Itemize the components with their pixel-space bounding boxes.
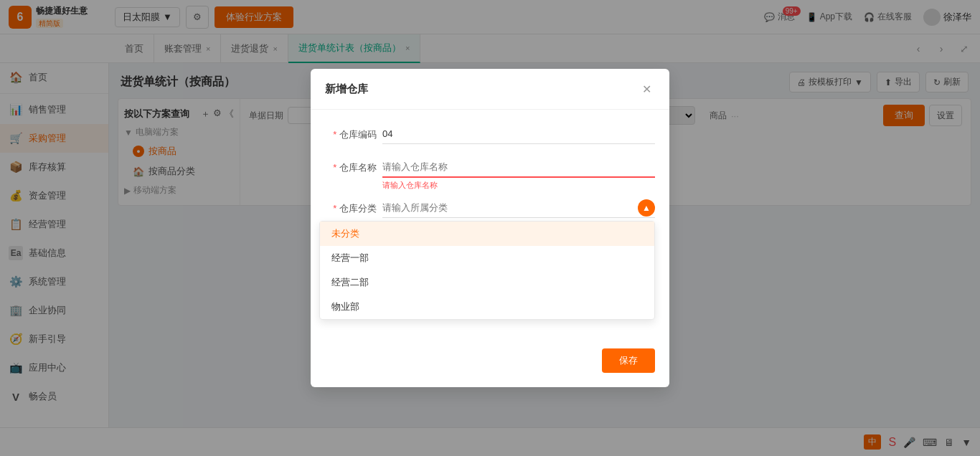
form-row-name: * 仓库名称 请输入仓库名称 <box>325 157 655 178</box>
modal-body: * 仓库编码 * 仓库名称 请输入仓库名称 * <box>311 110 669 340</box>
modal-overlay: 新增仓库 ✕ * 仓库编码 * 仓库名称 请输入仓库名称 <box>0 0 980 456</box>
category-dropdown-list: 未分类 经营一部 经营二部 物业部 <box>319 221 655 320</box>
form-label-category: * 仓库分类 <box>325 198 382 215</box>
modal-header: 新增仓库 ✕ <box>311 69 669 110</box>
warehouse-code-input[interactable] <box>382 124 655 144</box>
modal-footer: 保存 <box>311 340 669 387</box>
dropdown-item-property[interactable]: 物业部 <box>320 295 654 319</box>
required-mark: * <box>333 162 336 173</box>
save-button[interactable]: 保存 <box>602 348 655 373</box>
category-select-wrap: ▲ 未分类 经营一部 经营二部 物业部 <box>382 198 655 218</box>
required-mark: * <box>333 129 336 140</box>
form-label-code: * 仓库编码 <box>325 124 382 141</box>
name-error-message: 请输入仓库名称 <box>382 180 438 191</box>
modal-close-button[interactable]: ✕ <box>638 80 655 98</box>
dropdown-item-ops1[interactable]: 经营一部 <box>320 246 654 270</box>
form-row-category: * 仓库分类 ▲ 未分类 经营一部 经营二部 物业部 <box>325 198 655 218</box>
dropdown-item-ops2[interactable]: 经营二部 <box>320 270 654 295</box>
new-warehouse-modal: 新增仓库 ✕ * 仓库编码 * 仓库名称 请输入仓库名称 <box>311 69 669 387</box>
modal-title: 新增仓库 <box>325 82 368 96</box>
form-row-code: * 仓库编码 <box>325 124 655 144</box>
category-input[interactable] <box>382 198 655 218</box>
required-mark: * <box>333 203 336 214</box>
dropdown-item-uncategorized[interactable]: 未分类 <box>320 222 654 246</box>
warehouse-name-input[interactable] <box>382 157 655 178</box>
form-label-name: * 仓库名称 <box>325 157 382 174</box>
category-dropdown-toggle[interactable]: ▲ <box>638 199 655 217</box>
